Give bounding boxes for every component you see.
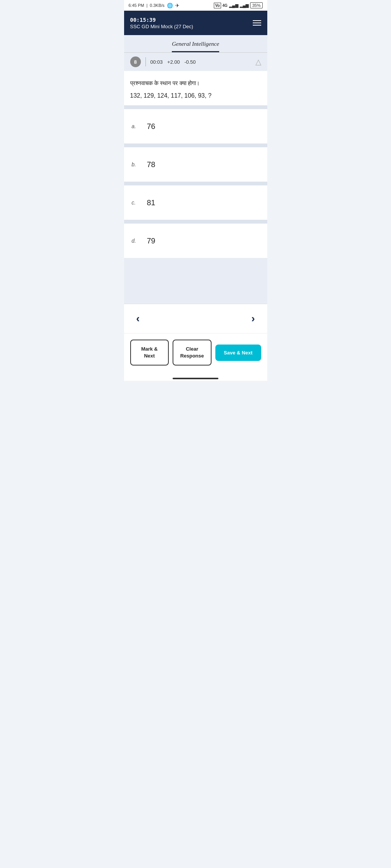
question-text-hindi: प्रश्नवाचक के स्थान पर क्या होगा। xyxy=(130,79,261,88)
option-b-value: 78 xyxy=(147,160,155,169)
telegram-icon: ✈ xyxy=(175,3,179,8)
header-left: 00:15:39 SSC GD Mini Mock (27 Dec) xyxy=(130,17,193,29)
section-tab[interactable]: General Intelligence xyxy=(124,35,267,53)
save-next-button[interactable]: Save & Next xyxy=(215,345,261,361)
option-b-row[interactable]: b. 78 xyxy=(124,147,267,182)
status-right: Vo 4G ▂▄▆ ▂▄▆ 35% xyxy=(214,2,262,8)
question-number-badge: 8 xyxy=(130,56,141,67)
prev-question-button[interactable]: ‹ xyxy=(133,311,143,326)
home-bar xyxy=(173,378,218,379)
meta-divider xyxy=(145,57,146,66)
status-bar: 6:45 PM | 0.3KB/s 🌐 ✈ Vo 4G ▂▄▆ ▂▄▆ 35% xyxy=(124,0,267,11)
next-question-button[interactable]: › xyxy=(248,311,258,326)
separator-1 xyxy=(124,105,267,109)
question-series: 132, 129, 124, 117, 106, 93, ? xyxy=(130,92,261,99)
separator-2 xyxy=(124,143,267,147)
volte-icon: Vo xyxy=(214,3,221,8)
question-marks: +2.00 xyxy=(167,59,180,65)
hamburger-menu-button[interactable] xyxy=(253,20,261,26)
option-a-row[interactable]: a. 76 xyxy=(124,109,267,143)
navigation-bar: ‹ › xyxy=(124,304,267,333)
separator-3 xyxy=(124,182,267,185)
exam-title: SSC GD Mini Mock (27 Dec) xyxy=(130,24,193,29)
option-d-label: d. xyxy=(132,238,139,244)
app-header: 00:15:39 SSC GD Mini Mock (27 Dec) xyxy=(124,11,267,35)
question-meta-bar: 8 00:03 +2.00 -0.50 △ xyxy=(124,53,267,71)
status-divider: | xyxy=(146,3,147,8)
mark-next-button[interactable]: Mark & Next xyxy=(130,340,169,366)
question-timer: 00:03 xyxy=(150,59,163,65)
status-time: 6:45 PM xyxy=(129,3,144,8)
separator-4 xyxy=(124,220,267,224)
clear-response-button[interactable]: Clear Response xyxy=(173,340,212,366)
signal-4g-icon: 4G xyxy=(223,3,228,8)
hamburger-line-1 xyxy=(253,20,261,21)
hamburger-line-2 xyxy=(253,23,261,23)
option-d-value: 79 xyxy=(147,237,155,245)
section-tab-label: General Intelligence xyxy=(172,41,219,52)
home-indicator xyxy=(124,375,267,381)
option-a-label: a. xyxy=(132,123,139,129)
signal-bars-1-icon: ▂▄▆ xyxy=(229,3,238,8)
status-network: 0.3KB/s xyxy=(150,3,165,8)
bottom-filler xyxy=(124,258,267,304)
question-area: प्रश्नवाचक के स्थान पर क्या होगा। 132, 1… xyxy=(124,71,267,105)
option-c-row[interactable]: c. 81 xyxy=(124,185,267,220)
option-a-value: 76 xyxy=(147,122,155,131)
chrome-icon: 🌐 xyxy=(167,3,173,8)
battery-icon: 35% xyxy=(250,2,262,8)
exam-timer: 00:15:39 xyxy=(130,17,193,23)
option-c-value: 81 xyxy=(147,198,155,207)
question-negative-marks: -0.50 xyxy=(184,59,196,65)
option-c-label: c. xyxy=(132,200,139,206)
signal-bars-2-icon: ▂▄▆ xyxy=(240,3,249,8)
option-b-label: b. xyxy=(132,161,139,167)
action-bar: Mark & Next Clear Response Save & Next xyxy=(124,333,267,375)
status-left: 6:45 PM | 0.3KB/s 🌐 ✈ xyxy=(129,3,179,8)
battery-level: 35% xyxy=(252,3,260,8)
option-d-row[interactable]: d. 79 xyxy=(124,224,267,258)
hamburger-line-3 xyxy=(253,25,261,26)
warning-icon: △ xyxy=(255,57,261,66)
